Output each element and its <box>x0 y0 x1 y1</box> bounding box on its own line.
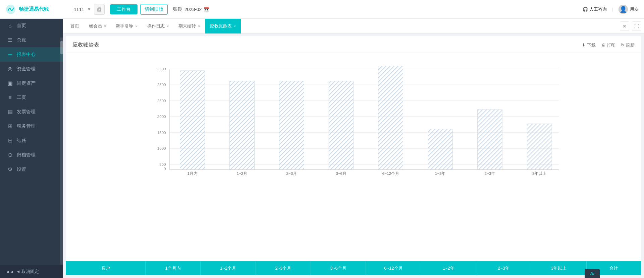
svg-text:2~3年: 2~3年 <box>485 171 495 176</box>
tabs-right: ✕ ⛶ <box>620 21 641 31</box>
table-header-cell-3: 2~3个月 <box>256 261 311 275</box>
sidebar-item-ledger[interactable]: ☰ 总账 <box>0 33 63 47</box>
close-tab-button[interactable]: ✕ <box>620 21 629 31</box>
sidebar-item-icon-archive: ⊙ <box>7 152 13 158</box>
tab-close-aging[interactable]: × <box>234 24 236 28</box>
sidebar-item-label-settings: 设置 <box>17 166 26 172</box>
main-area: ⌂ 首页 ☰ 总账 ⚌ 报表中心 ◎ 资金管理 ▣ 固定资产 ≡ 工资 ▤ 发票… <box>0 19 644 278</box>
svg-text:1月内: 1月内 <box>187 171 197 176</box>
company-dropdown-arrow[interactable]: ▼ <box>87 7 91 12</box>
headset-icon: 🎧 <box>583 7 588 12</box>
table-header-cell-5: 6~12个月 <box>366 261 421 275</box>
svg-text:2~3月: 2~3月 <box>286 171 297 176</box>
bar-2 <box>230 81 255 170</box>
tab-close-period_close[interactable]: × <box>198 24 200 28</box>
consult-label: 人工咨询 <box>589 6 607 12</box>
fullscreen-tab-button[interactable]: ⛶ <box>632 21 641 31</box>
logo-area: 畅捷通易代账 <box>5 4 68 15</box>
svg-text:1~2年: 1~2年 <box>435 171 446 176</box>
bar-7 <box>477 110 502 169</box>
sidebar-scroll-thumb <box>60 41 63 54</box>
sidebar-item-icon-reports: ⚌ <box>7 51 13 58</box>
tab-close-oplog[interactable]: × <box>167 24 169 28</box>
print-icon: 🖨 <box>601 43 605 48</box>
sidebar-item-icon-funds: ◎ <box>7 66 13 72</box>
tab-period_close[interactable]: 期末结转× <box>174 19 205 33</box>
tabs-container: 首页畅会员×新手引导×操作日志×期末结转×应收账龄表× <box>66 19 241 33</box>
avatar: 👤 <box>619 5 628 14</box>
download-icon: ⬇ <box>582 43 586 48</box>
sidebar-item-salary[interactable]: ≡ 工资 <box>0 90 63 105</box>
chart-area: 2500 2500 2500 2000 1500 1000 500 0 <box>66 53 641 261</box>
tab-oplog[interactable]: 操作日志× <box>143 19 174 33</box>
sidebar-item-label-tax: 税务管理 <box>17 123 36 129</box>
tab-close-guide[interactable]: × <box>135 24 137 28</box>
calendar-icon[interactable]: 📅 <box>204 7 209 12</box>
sidebar-item-label-reports: 报表中心 <box>17 52 36 58</box>
chart-container: 2500 2500 2500 2000 1500 1000 500 0 <box>72 58 635 186</box>
refresh-button[interactable]: ↻ 刷新 <box>621 42 635 48</box>
sidebar-item-label-salary: 工资 <box>17 94 26 100</box>
username: 用友 <box>630 6 639 12</box>
sidebar-bottom: ◄◄ ◄ 取消固定 <box>0 265 63 278</box>
tab-member[interactable]: 畅会员× <box>84 19 111 33</box>
logo-text: 畅捷通易代账 <box>19 6 49 12</box>
sidebar-item-settings[interactable]: ⚙ 设置 <box>0 162 63 177</box>
consult-button[interactable]: 🎧 人工咨询 <box>583 6 607 12</box>
sidebar-nav: ⌂ 首页 ☰ 总账 ⚌ 报表中心 ◎ 资金管理 ▣ 固定资产 ≡ 工资 ▤ 发票… <box>0 19 63 177</box>
table-header: 客户1个月内1~2个月2~3个月3~6个月6~12个月1~2年2~3年3年以上合… <box>66 261 641 275</box>
ai-badge[interactable]: Ai <box>585 269 600 278</box>
sidebar-item-reports[interactable]: ⚌ 报表中心 <box>0 47 63 62</box>
bar-6 <box>428 129 453 169</box>
sidebar-scrollbar[interactable] <box>60 38 63 265</box>
svg-text:2500: 2500 <box>157 98 166 103</box>
sidebar-item-label-invoice: 发票管理 <box>17 109 36 115</box>
table-header-cell-6: 1~2年 <box>421 261 476 275</box>
bar-5 <box>378 66 403 169</box>
sidebar-item-assets[interactable]: ▣ 固定资产 <box>0 76 63 90</box>
tab-guide[interactable]: 新手引导× <box>111 19 142 33</box>
svg-text:500: 500 <box>159 162 166 166</box>
tab-label-guide: 新手引导 <box>116 23 133 29</box>
sidebar-item-funds[interactable]: ◎ 资金管理 <box>0 62 63 76</box>
sidebar-item-label-assets: 固定资产 <box>17 80 36 86</box>
svg-text:2500: 2500 <box>157 82 166 87</box>
tab-label-oplog: 操作日志 <box>147 23 165 29</box>
bar-8 <box>527 124 552 169</box>
svg-text:6~12个月: 6~12个月 <box>382 171 399 176</box>
sidebar-item-icon-tax: ⊞ <box>7 123 13 129</box>
download-button[interactable]: ⬇ 下载 <box>582 42 596 48</box>
company-selector[interactable]: 1111 ▼ <box>74 7 91 12</box>
tab-close-member[interactable]: × <box>104 24 106 28</box>
tab-home[interactable]: 首页 <box>66 19 84 33</box>
period-label: 账期 <box>173 6 182 12</box>
cancel-fixed-button[interactable]: ◄◄ ◄ 取消固定 <box>0 265 63 278</box>
switch-version-button[interactable]: 切到旧版 <box>140 4 168 15</box>
workbench-button[interactable]: 工作台 <box>110 4 138 14</box>
page-title: 应收账龄表 <box>72 42 99 49</box>
user-area[interactable]: 👤 用友 <box>619 5 639 14</box>
copy-button[interactable] <box>94 4 105 15</box>
sidebar-item-icon-assets: ▣ <box>7 80 13 86</box>
svg-rect-1 <box>98 8 101 11</box>
sidebar-item-icon-home: ⌂ <box>7 23 13 29</box>
svg-text:3~6月: 3~6月 <box>336 171 346 176</box>
tab-aging[interactable]: 应收账龄表× <box>205 19 241 33</box>
sidebar-item-invoice[interactable]: ▤ 发票管理 <box>0 105 63 119</box>
content-area: 首页畅会员×新手引导×操作日志×期末结转×应收账龄表× ✕ ⛶ 应收账龄表 ⬇ … <box>63 19 644 278</box>
sidebar-item-home[interactable]: ⌂ 首页 <box>0 19 63 33</box>
svg-text:1~2月: 1~2月 <box>237 171 248 176</box>
logo-icon <box>5 4 16 15</box>
tab-label-period_close: 期末结转 <box>178 23 196 29</box>
print-button[interactable]: 🖨 打印 <box>601 42 615 48</box>
sidebar-item-archive[interactable]: ⊙ 归档管理 <box>0 148 63 162</box>
sidebar-item-tax[interactable]: ⊞ 税务管理 <box>0 119 63 133</box>
top-bar: 畅捷通易代账 1111 ▼ 工作台 切到旧版 账期 2023-02 📅 🎧 人工… <box>0 0 644 19</box>
sidebar-item-checkout[interactable]: ⊟ 结账 <box>0 133 63 148</box>
app-container: 畅捷通易代账 1111 ▼ 工作台 切到旧版 账期 2023-02 📅 🎧 人工… <box>0 0 644 278</box>
period-value: 2023-02 <box>184 7 202 12</box>
sidebar-item-label-home: 首页 <box>17 23 26 29</box>
period-info: 账期 2023-02 📅 <box>173 6 209 12</box>
tab-label-member: 畅会员 <box>89 23 102 29</box>
page-actions: ⬇ 下载 🖨 打印 ↻ 刷新 <box>582 42 635 48</box>
